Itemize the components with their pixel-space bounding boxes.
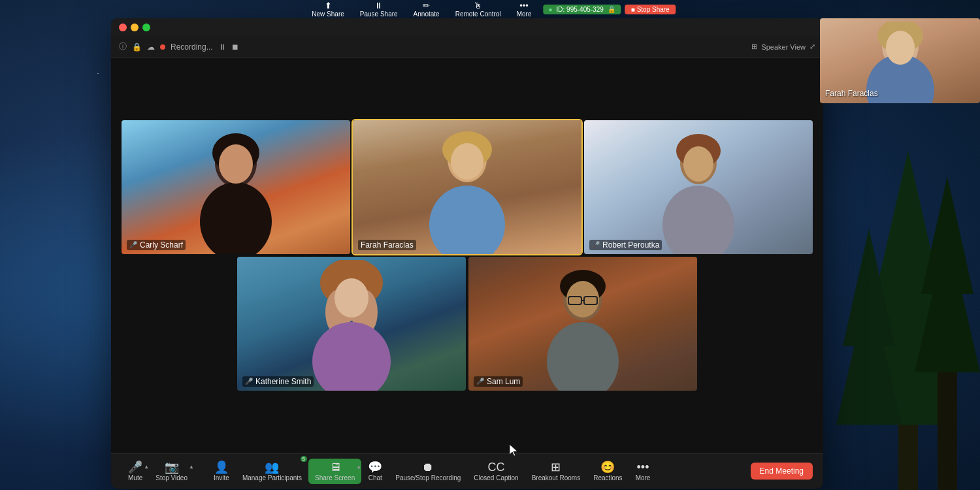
svg-point-15	[429, 186, 505, 254]
annotate-icon: ✏	[423, 1, 430, 10]
chat-button[interactable]: 💬 Chat	[361, 459, 389, 484]
more-share-icon: •••	[519, 1, 529, 10]
more-share-button[interactable]: ••• More	[509, 0, 540, 20]
svg-point-26	[335, 278, 368, 318]
katherine-mic-icon: 🎤	[245, 378, 253, 385]
svg-rect-6	[938, 372, 957, 490]
more-icon: •••	[637, 461, 649, 473]
stop-video-label: Stop Video	[155, 474, 188, 482]
pause-recording-button[interactable]: ⏺ Pause/Stop Recording	[389, 459, 467, 484]
closed-caption-button[interactable]: CC Closed Caption	[467, 459, 525, 484]
camera-icon: 📷	[165, 461, 179, 473]
new-share-label: New Share	[312, 10, 344, 18]
share-screen-button[interactable]: 🖥 Share Screen ▲	[308, 459, 361, 484]
breakout-rooms-button[interactable]: ⊞ Breakout Rooms	[525, 459, 587, 484]
end-meeting-button[interactable]: End Meeting	[751, 463, 813, 480]
sam-video-bg	[468, 257, 697, 391]
svg-point-12	[219, 144, 253, 184]
speaker-view-button[interactable]: ⊞ Speaker View ⤢	[751, 42, 815, 51]
reactions-label: Reactions	[593, 474, 622, 482]
cc-icon: CC	[487, 461, 504, 473]
share-arrow-icon[interactable]: ▲	[356, 464, 361, 470]
zoom-window: ⓘ 🔒 ☁ Recording... ⏸ ⏹ ⊞ Speaker View ⤢	[111, 18, 823, 489]
speaker-thumbnail: Farah Faraclas	[820, 18, 980, 103]
invite-button[interactable]: 👤 Invite	[207, 459, 236, 484]
lock-icon: 🔒	[132, 42, 142, 52]
remote-control-icon: 🖱	[474, 1, 482, 10]
annotate-button[interactable]: ✏ Annotate	[406, 0, 448, 20]
chat-label: Chat	[368, 474, 382, 482]
fullscreen-button[interactable]	[142, 24, 150, 31]
remote-control-label: Remote Control	[455, 10, 501, 18]
video-cell-katherine: 🎤 Katherine Smith	[237, 257, 466, 391]
participant-count: 5	[301, 456, 307, 462]
video-arrow-icon[interactable]: ▲	[189, 464, 194, 470]
new-share-button[interactable]: ⬆ New Share	[304, 0, 351, 20]
video-cell-farah: Farah Faraclas	[353, 120, 581, 254]
new-share-icon: ⬆	[325, 1, 332, 10]
svg-point-20	[683, 146, 713, 182]
speaker-view-label: Speaker View	[761, 43, 806, 51]
svg-point-16	[451, 143, 483, 180]
svg-point-37	[886, 31, 915, 65]
farah-name: Farah Faraclas	[358, 240, 416, 250]
minimize-button[interactable]	[131, 24, 139, 31]
cloud-icon: ☁	[147, 42, 155, 52]
katherine-video-bg	[237, 257, 466, 391]
video-cell-robert: 🎤 Robert Peroutka	[584, 120, 813, 254]
chat-icon: 💬	[368, 461, 382, 473]
info-icon: ⓘ	[119, 41, 127, 52]
remote-control-button[interactable]: 🖱 Remote Control	[448, 0, 509, 20]
shield-icon: 🔒	[608, 6, 615, 13]
sam-silhouette	[524, 267, 642, 391]
carly-silhouette	[177, 130, 295, 254]
katherine-name: 🎤 Katherine Smith	[242, 376, 314, 387]
mute-arrow-icon[interactable]: ▲	[144, 464, 149, 470]
svg-point-11	[200, 182, 272, 254]
annotate-label: Annotate	[414, 10, 440, 18]
recording-bar: ⓘ 🔒 ☁ Recording... ⏸ ⏹ ⊞ Speaker View ⤢	[111, 37, 823, 57]
farah-silhouette	[408, 130, 526, 254]
more-label: More	[636, 474, 651, 482]
more-button[interactable]: ••• More	[629, 459, 657, 484]
pause-share-button[interactable]: ⏸ Pause Share	[352, 0, 406, 20]
reactions-icon: 😊	[600, 461, 615, 473]
svg-point-25	[312, 322, 391, 391]
recording-stop-button[interactable]: ⏹	[231, 42, 239, 52]
video-cell-carly: 🎤 Carly Scharf	[122, 120, 350, 254]
fullscreen-icon: ⤢	[809, 42, 815, 51]
recording-pause-button[interactable]: ⏸	[218, 42, 226, 52]
participants-icon: 👥	[265, 461, 279, 473]
grid-icon: ⊞	[751, 42, 757, 51]
katherine-silhouette	[286, 260, 417, 391]
robert-video-bg	[584, 120, 813, 254]
invite-label: Invite	[214, 474, 229, 482]
trees-decoration	[836, 98, 980, 490]
invite-icon: 👤	[214, 461, 229, 473]
carly-name: 🎤 Carly Scharf	[127, 240, 186, 250]
bottom-row: 🎤 Katherine Smith	[237, 257, 697, 391]
meeting-id-bar: ● ID: 995-405-329 🔒	[543, 5, 620, 14]
robert-name: 🎤 Robert Peroutka	[589, 240, 662, 250]
closed-caption-label: Closed Caption	[474, 474, 518, 482]
close-button[interactable]	[119, 24, 127, 31]
title-bar	[111, 18, 823, 37]
more-share-label: More	[517, 10, 532, 18]
manage-participants-button[interactable]: 👥 5 Manage Participants	[236, 459, 308, 484]
reactions-button[interactable]: 😊 Reactions	[587, 459, 629, 484]
breakout-rooms-label: Breakout Rooms	[532, 474, 580, 482]
share-screen-icon: 🖥	[329, 461, 341, 473]
pause-share-label: Pause Share	[360, 10, 398, 18]
mute-label: Mute	[128, 474, 142, 482]
mute-button[interactable]: 🎤 Mute ▲	[122, 459, 149, 484]
pause-share-icon: ⏸	[374, 1, 383, 10]
meeting-id: ID: 995-405-329	[557, 6, 604, 13]
stop-share-button[interactable]: ■ Stop Share	[625, 5, 676, 14]
pause-recording-label: Pause/Stop Recording	[395, 474, 461, 482]
sam-name: 🎤 Sam Lum	[474, 376, 523, 387]
stop-video-button[interactable]: 📷 Stop Video ▲	[149, 459, 194, 484]
recording-indicator	[160, 44, 165, 50]
mic-icon: 🎤	[128, 461, 142, 473]
thumbnail-name: Farah Faraclas	[825, 89, 878, 98]
svg-rect-3	[898, 425, 918, 490]
